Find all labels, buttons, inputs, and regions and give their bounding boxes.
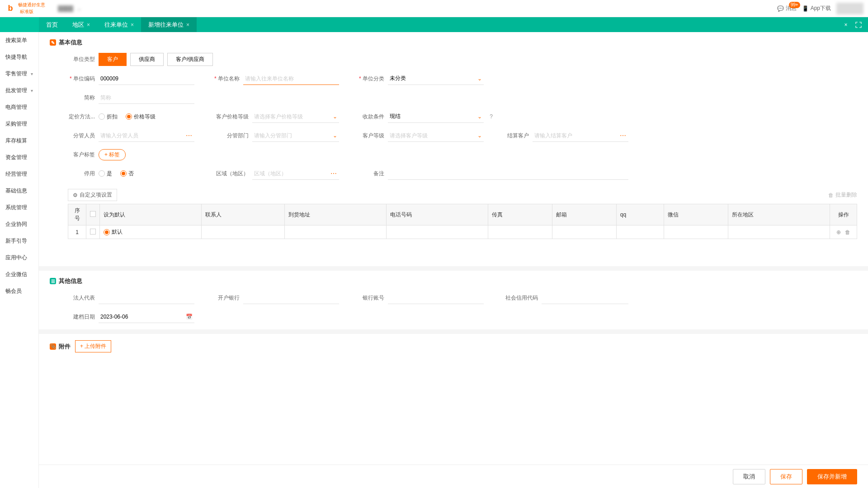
cancel-button[interactable]: 取消 [733,469,765,484]
batch-delete-button[interactable]: 🗑 批量删除 [828,191,857,199]
cell-email[interactable] [552,225,616,239]
sidebar-item-funds[interactable]: 资金管理 [0,149,38,166]
cell-fax[interactable] [488,225,552,239]
disabled-no-radio[interactable]: 否 [120,170,134,178]
create-date-input[interactable] [99,310,194,323]
price-level-select[interactable] [252,110,339,123]
upload-attachment-button[interactable]: + 上传附件 [75,340,111,352]
sidebar-item-guide[interactable]: 新手引导 [0,233,38,249]
tab-new-partner[interactable]: 新增往来单位 × [141,17,197,32]
cell-region[interactable] [728,225,830,239]
chevron-down-icon: ▾ [31,71,33,76]
sidebar-item-collab[interactable]: 企业协同 [0,216,38,233]
credit-code-input[interactable] [542,291,628,304]
unit-type-group: 客户 供应商 客户/供应商 [99,53,857,66]
more-icon[interactable]: ⋯ [330,170,337,177]
unit-name-input[interactable] [243,72,339,85]
region-input[interactable] [252,167,339,180]
cell-default[interactable]: 默认 [100,225,202,239]
save-button[interactable]: 保存 [770,469,802,484]
cell-qq[interactable] [616,225,664,239]
bank-input[interactable] [243,291,339,304]
settle-cust-input[interactable] [533,129,628,142]
section-attach-title: 📎 附件 [50,343,71,351]
sidebar-item-wecom[interactable]: 企业微信 [0,266,38,283]
tab-region[interactable]: 地区 × [65,17,97,32]
table-row: 1 默认 ⊕ [68,225,857,239]
chevron-down-icon: ⌄ [77,5,81,12]
unit-type-customer[interactable]: 客户 [99,53,127,66]
close-icon[interactable]: × [87,22,90,28]
manager-dept-select[interactable] [252,129,339,142]
sidebar-item-purchase[interactable]: 采购管理 [0,116,38,132]
sidebar-item-search[interactable]: 搜索菜单 [0,32,38,49]
download-label: App下载 [811,5,831,12]
checkbox-all[interactable] [90,211,96,217]
phone-icon: 📱 [802,5,809,12]
logo-icon: b [5,3,16,14]
edition-badge: 标准版 [18,8,45,15]
cust-level-select[interactable] [388,129,484,142]
disabled-yes-radio[interactable]: 是 [99,170,112,178]
legal-input[interactable] [99,291,194,304]
tab-bar: 首页 地区 × 往来单位 × 新增往来单位 × × [0,17,868,32]
top-header: b 畅捷通好生意 标准版 ████ ⌄ 💬 消息 99+ 📱 App下载 [0,0,868,17]
sidebar-item-wholesale[interactable]: 批发管理▾ [0,82,38,99]
logo-text: 畅捷通好生意 [18,2,45,8]
th-region: 所在地区 [728,204,830,225]
attachment-icon: 📎 [50,343,56,350]
app-download-button[interactable]: 📱 App下载 [802,5,831,12]
remark-input[interactable] [388,167,628,180]
sidebar-item-system[interactable]: 系统管理 [0,199,38,216]
bank-no-input[interactable] [388,291,484,304]
sidebar-item-member[interactable]: 畅会员 [0,283,38,300]
sidebar-item-basicinfo[interactable]: 基础信息 [0,183,38,199]
close-icon[interactable]: × [131,22,134,28]
pay-term-select[interactable] [388,110,484,123]
add-tag-button[interactable]: + 标签 [99,149,126,160]
unit-type-supplier[interactable]: 供应商 [130,53,164,66]
add-row-icon[interactable]: ⊕ [836,229,841,235]
close-icon[interactable]: × [186,22,189,28]
label-unit-type: 单位类型 [68,56,95,63]
short-name-input[interactable] [99,91,194,104]
pricing-level-radio[interactable]: 价格等级 [126,113,156,121]
label-short-name: 简称 [68,94,95,102]
label-unit-code: 单位编码 [68,75,95,83]
more-icon[interactable]: ⋯ [620,132,627,139]
help-icon[interactable]: ? [490,113,493,120]
th-contact: 联系人 [202,204,285,225]
custom-fields-button[interactable]: ⚙ 自定义项设置 [68,189,117,201]
sidebar-item-operation[interactable]: 经营管理 [0,166,38,183]
company-selector[interactable]: ████ ⌄ [58,5,81,12]
unit-code-input[interactable] [99,72,194,85]
unit-type-both[interactable]: 客户/供应商 [167,53,213,66]
cell-addr[interactable] [284,225,386,239]
sidebar-item-appcenter[interactable]: 应用中心 [0,249,38,266]
label-disabled: 停用 [68,170,95,178]
fullscreen-button[interactable] [854,20,863,30]
cell-wechat[interactable] [664,225,728,239]
sidebar-item-ecommerce[interactable]: 电商管理 [0,99,38,116]
unit-cat-select[interactable] [388,72,484,85]
tab-home[interactable]: 首页 [39,17,65,32]
pricing-discount-radio[interactable]: 折扣 [99,113,118,121]
sidebar-item-quicknav[interactable]: 快捷导航 [0,49,38,66]
cell-contact[interactable] [202,225,285,239]
cell-phone[interactable] [386,225,488,239]
tab-partner[interactable]: 往来单位 × [97,17,141,32]
footer: 取消 保存 保存并新增 [39,465,868,488]
save-and-new-button[interactable]: 保存并新增 [807,469,857,484]
message-icon: 💬 [777,5,784,12]
messages-button[interactable]: 💬 消息 99+ [777,5,797,12]
label-pay-term: 收款条件 [357,113,384,121]
contacts-table: 序号 设为默认 联系人 到货地址 电话号码 传真 邮箱 qq 微信 所在地区 操… [68,204,857,239]
delete-row-icon[interactable]: 🗑 [845,229,850,235]
sidebar-item-inventory[interactable]: 库存核算 [0,132,38,149]
more-icon[interactable]: ⋯ [186,132,193,139]
close-all-tabs-button[interactable]: × [841,20,851,30]
avatar[interactable] [836,3,863,14]
sidebar-item-retail[interactable]: 零售管理▾ [0,66,38,82]
manager-input[interactable] [99,129,194,142]
row-checkbox[interactable] [90,229,96,235]
